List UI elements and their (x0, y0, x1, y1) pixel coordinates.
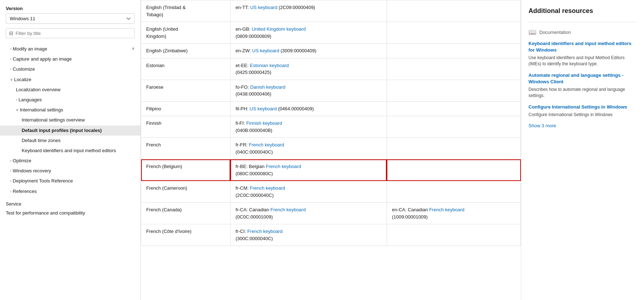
sidebar-item-intl-overview[interactable]: International settings overview (0, 115, 140, 125)
sidebar-item-label: Capture and apply an image (13, 56, 71, 62)
keyboard-link[interactable]: US keyboard (250, 5, 277, 10)
input2-cell (387, 224, 521, 246)
sidebar-item-capture-apply[interactable]: › Capture and apply an image (0, 54, 140, 64)
version-label: Version (0, 6, 140, 13)
filter-icon: ⊟ (9, 30, 13, 36)
sidebar-item-windows-recovery[interactable]: › Windows recovery (0, 166, 140, 176)
resource-item: Automate regional and language settings … (528, 72, 637, 99)
table-row: Faroesefo-FO: Danish keyboard(0438:00000… (141, 80, 521, 101)
language-cell: French (Belgium) (141, 159, 231, 181)
keyboard-link[interactable]: French keyboard (429, 207, 465, 212)
input2-cell (387, 116, 521, 138)
chevron-icon: › (10, 189, 11, 194)
keyboard-link[interactable]: French keyboard (270, 207, 306, 212)
input1-cell: fil-PH: US keyboard (0464:00000409) (230, 101, 387, 116)
input1-cell: fr-BE: Belgian French keyboard(080C:0000… (230, 159, 387, 181)
chevron-icon: › (10, 57, 11, 62)
input2-cell (387, 138, 521, 159)
input1-cell: en-GB: United Kingdom keyboard(0809:0000… (230, 22, 387, 44)
input1-cell: fr-CI: French keyboard(300C:0000040C) (230, 224, 387, 246)
keyboard-link[interactable]: US keyboard (252, 48, 279, 53)
sidebar-item-default-time-zones[interactable]: Default time zones (0, 136, 140, 146)
sidebar-item-localize[interactable]: ∨ Localize (0, 75, 140, 85)
sidebar-item-label: References (13, 188, 36, 195)
input2-cell (387, 44, 521, 58)
chevron-icon: › (10, 67, 11, 72)
resource-desc: Describes how to automate regional and l… (528, 87, 637, 99)
show-more-link[interactable]: Show 3 more (528, 123, 637, 128)
table-row: French (Canada)fr-CA: Canadian French ke… (141, 203, 521, 224)
sidebar-item-localization-overview[interactable]: Localization overview (0, 85, 140, 95)
sidebar-item-label: Optimize (13, 158, 31, 164)
version-select[interactable]: Windows 11 (6, 13, 135, 24)
table-row: English (Zimbabwe)en-ZW: US keyboard (30… (141, 44, 521, 58)
language-cell: French (Côte d'Ivoire) (141, 224, 231, 246)
chevron-icon: › (10, 158, 11, 163)
keyboard-link[interactable]: US keyboard (250, 106, 277, 111)
right-panel-title: Additional resources (528, 7, 637, 15)
resource-item: Configure International Settings in Wind… (528, 104, 637, 118)
keyboard-link[interactable]: United Kingdom keyboard (252, 26, 306, 32)
main-content: English (Trinidad & Tobago)en-TT: US key… (141, 0, 521, 300)
table-row: Filipinofil-PH: US keyboard (0464:000004… (141, 101, 521, 116)
input2-cell (387, 80, 521, 101)
chevron-icon: ∨ (16, 107, 18, 112)
keyboard-link[interactable]: French keyboard (249, 142, 284, 147)
keyboard-link[interactable]: Finnish keyboard (246, 120, 282, 126)
keyboard-link[interactable]: Estonian keyboard (250, 63, 289, 68)
language-cell: Filipino (141, 101, 231, 116)
sidebar-item-default-input-profiles[interactable]: Default input profiles (input locales) (0, 125, 140, 136)
input2-cell (387, 159, 521, 181)
sidebar-item-label: Default input profiles (input locales) (22, 127, 102, 134)
sidebar-item-label: Default time zones (22, 137, 61, 144)
resource-link[interactable]: Automate regional and language settings … (528, 72, 637, 85)
input1-cell: en-TT: US keyboard (2C09:00000409) (230, 0, 387, 22)
sidebar-item-label: Localization overview (16, 87, 61, 93)
keyboard-link[interactable]: French keyboard (250, 185, 285, 191)
sidebar-item-international-settings[interactable]: ∨ International settings (0, 105, 140, 115)
sidebar-item-label: Modify an image (13, 46, 47, 52)
sidebar-item-optimize[interactable]: › Optimize (0, 156, 140, 166)
language-cell: English (Zimbabwe) (141, 44, 231, 58)
sidebar-item-deployment-tools[interactable]: › Deployment Tools Reference (0, 176, 140, 186)
keyboard-link[interactable]: Danish keyboard (250, 84, 286, 90)
sidebar-item-keyboard-identifiers[interactable]: Keyboard identifiers and input method ed… (0, 146, 140, 156)
input1-cell: fi-FI: Finnish keyboard(040B:0000040B) (230, 116, 387, 138)
language-cell: Finnish (141, 116, 231, 138)
sidebar-item-label: Windows recovery (13, 168, 51, 174)
sidebar: Version Windows 11 ⊟ › Modify an image ∧… (0, 0, 141, 300)
keyboard-link[interactable]: French keyboard (266, 164, 301, 169)
keyboard-link[interactable]: French keyboard (247, 229, 283, 234)
right-panel: Additional resources 📖 Documentation Key… (521, 0, 644, 300)
input2-cell (387, 101, 521, 116)
table-row: French (Cameroon)fr-CM: French keyboard(… (141, 181, 521, 203)
filter-box: ⊟ (6, 28, 135, 38)
language-cell: French (Cameroon) (141, 181, 231, 203)
sidebar-item-test-perf[interactable]: Test for performance and compatibility (0, 208, 140, 217)
input1-cell: en-ZW: US keyboard (3009:00000409) (230, 44, 387, 58)
language-cell: Estonian (141, 58, 231, 80)
input2-cell: en-CA: Canadian French keyboard(1009:000… (387, 203, 521, 224)
filter-input[interactable] (16, 31, 131, 36)
language-cell: English (Trinidad & Tobago) (141, 0, 231, 22)
resource-link[interactable]: Keyboard identifiers and input method ed… (528, 40, 637, 53)
resource-desc: Configure International Settings in Wind… (528, 112, 637, 118)
input2-cell (387, 0, 521, 22)
doc-section-header: 📖 Documentation (528, 28, 637, 36)
sidebar-item-label: Localize (14, 76, 31, 83)
input1-cell: fo-FO: Danish keyboard(0438:00000406) (230, 80, 387, 101)
sidebar-item-references[interactable]: › References (0, 186, 140, 197)
sidebar-item-customize[interactable]: › Customize (0, 64, 140, 74)
sidebar-item-languages[interactable]: › Languages (0, 95, 140, 105)
sidebar-item-service[interactable]: Service (0, 199, 140, 208)
doc-section-label: Documentation (539, 30, 571, 35)
resource-desc: Use keyboard identifiers and Input Metho… (528, 55, 637, 67)
chevron-icon: › (10, 47, 11, 52)
table-row: Finnishfi-FI: Finnish keyboard(040B:0000… (141, 116, 521, 138)
resource-item: Keyboard identifiers and input method ed… (528, 40, 637, 67)
resource-link[interactable]: Configure International Settings in Wind… (528, 104, 637, 110)
table-row: English (Trinidad & Tobago)en-TT: US key… (141, 0, 521, 22)
language-cell: French (Canada) (141, 203, 231, 224)
sidebar-item-modify-image[interactable]: › Modify an image ∧ (0, 44, 140, 54)
book-icon: 📖 (528, 28, 536, 36)
